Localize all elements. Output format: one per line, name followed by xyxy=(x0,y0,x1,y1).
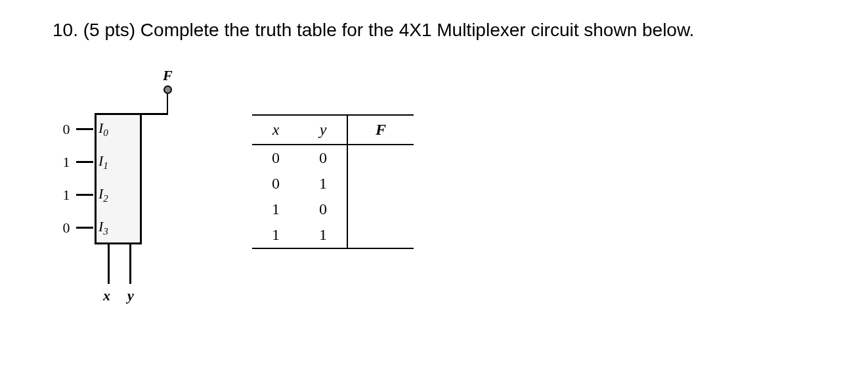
mux-input-2-label: I2 xyxy=(98,185,108,204)
cell-y: 0 xyxy=(299,145,347,171)
mux-input-2-wire xyxy=(76,194,93,196)
mux-input-1: 1 I1 xyxy=(62,152,108,172)
truth-table-header-f: F xyxy=(347,115,414,145)
truth-table: x y F 0 0 0 1 1 0 xyxy=(252,114,414,249)
mux-input-2-value: 1 xyxy=(62,187,71,204)
mux-output-wire-horiz xyxy=(142,113,168,115)
mux-input-1-label: I1 xyxy=(98,152,108,172)
mux-output-wire-vert xyxy=(167,93,168,114)
cell-x: 1 xyxy=(252,196,299,222)
content-row: F 0 I0 1 I1 1 I2 0 xyxy=(62,67,815,330)
mux-select-x-wire xyxy=(108,244,110,284)
cell-f xyxy=(347,171,414,196)
mux-select-x-label: x xyxy=(103,287,110,304)
table-row: 1 1 xyxy=(252,222,414,248)
cell-x: 1 xyxy=(252,222,299,248)
question-points: (5 pts) xyxy=(83,20,135,40)
mux-select-y-label: y xyxy=(127,287,134,304)
mux-input-1-wire xyxy=(76,161,93,163)
mux-input-3-value: 0 xyxy=(62,219,71,237)
mux-input-2: 1 I2 xyxy=(62,185,108,204)
mux-input-0: 0 I0 xyxy=(62,120,108,139)
cell-y: 0 xyxy=(299,196,347,222)
question-body: Complete the truth table for the 4X1 Mul… xyxy=(141,20,695,40)
truth-table-header-y: y xyxy=(299,115,347,145)
truth-table-header-x: x xyxy=(252,115,299,145)
mux-input-3-wire xyxy=(76,227,93,229)
question-text: 10. (5 pts) Complete the truth table for… xyxy=(53,20,815,41)
cell-x: 0 xyxy=(252,171,299,196)
cell-x: 0 xyxy=(252,145,299,171)
table-row: 0 1 xyxy=(252,171,414,196)
cell-f xyxy=(347,196,414,222)
mux-input-3-label: I3 xyxy=(98,218,108,237)
mux-select-y-wire xyxy=(129,244,131,284)
table-row: 1 0 xyxy=(252,196,414,222)
cell-y: 1 xyxy=(299,171,347,196)
table-row: 0 0 xyxy=(252,145,414,171)
cell-f xyxy=(347,222,414,248)
cell-y: 1 xyxy=(299,222,347,248)
mux-diagram: F 0 I0 1 I1 1 I2 0 xyxy=(62,67,206,330)
question-number: 10. xyxy=(53,20,78,40)
mux-input-0-label: I0 xyxy=(98,120,108,139)
mux-input-1-value: 1 xyxy=(62,154,71,171)
mux-input-3: 0 I3 xyxy=(62,218,108,237)
mux-input-0-value: 0 xyxy=(62,121,71,138)
mux-output-label: F xyxy=(163,67,173,84)
cell-f xyxy=(347,145,414,171)
mux-input-0-wire xyxy=(76,128,93,130)
